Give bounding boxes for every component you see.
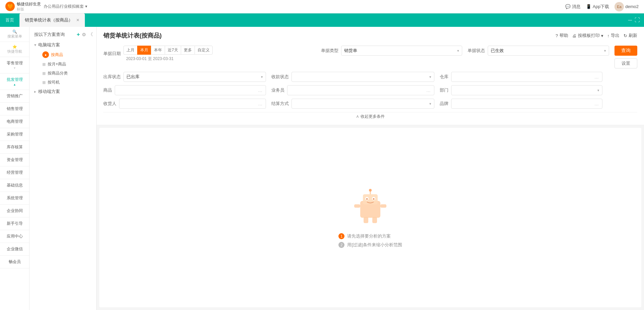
- sidebar-item-member[interactable]: 畅会员: [0, 256, 29, 268]
- help-button[interactable]: ? 帮助: [555, 33, 568, 39]
- payment-status-label: 收款状态: [271, 74, 289, 80]
- add-scheme-button[interactable]: +: [77, 32, 80, 38]
- tip-number-1: 1: [338, 233, 344, 239]
- empty-tip-1: 1 请先选择要分析的方案: [338, 233, 402, 239]
- sidebar-item-retail[interactable]: 零售管理 ▾: [0, 57, 29, 73]
- date-tab-this-month[interactable]: 本月: [137, 46, 151, 55]
- logo-text: 畅捷信好生意 标版: [17, 2, 41, 12]
- salesperson-select[interactable]: …: [287, 85, 434, 95]
- empty-illustration: [350, 188, 390, 228]
- sidebar-item-finance[interactable]: 资金管理: [0, 154, 29, 166]
- out-status-select[interactable]: 已出库 ▾: [123, 72, 266, 82]
- sidebar-item-wholesale[interactable]: 批发管理 ▴: [0, 73, 29, 90]
- empty-tip-2: 2 用[过滤]条件来缩小分析范围: [338, 242, 402, 248]
- more-icon: …: [258, 88, 263, 93]
- tab-sales-stat[interactable]: 销货单统计表（按商品） ✕: [19, 13, 85, 27]
- tree-item-by-month-goods[interactable]: ▦ 按月+商品: [39, 60, 96, 69]
- date-range: 2023-03-01 至 2023-03-31: [126, 56, 213, 62]
- page-title: 销货单统计表(按商品): [103, 32, 162, 40]
- tree-item-by-driver[interactable]: ▦ 按司机: [39, 78, 96, 87]
- left-panel-header: 按以下方案查询 + ⚙ 《: [30, 30, 96, 40]
- refresh-button[interactable]: ↻ 刷新: [624, 33, 637, 39]
- sidebar-search[interactable]: 🔍 搜索菜单: [0, 27, 29, 42]
- query-button[interactable]: 查询: [614, 46, 637, 56]
- template-print-button[interactable]: 🖨 按模板打印 ▾: [572, 33, 603, 39]
- doc-type-select[interactable]: 销货单 ▾: [341, 46, 463, 56]
- scheme-icon: ▦: [42, 71, 46, 75]
- empty-state: 1 请先选择要分析的方案 2 用[过滤]条件来缩小分析范围: [99, 128, 641, 307]
- sidebar-item-wechat[interactable]: 企业微信: [0, 243, 29, 256]
- tab-maximize-icon[interactable]: ⛶: [635, 17, 640, 23]
- tree-mobile-node[interactable]: ▸ 移动端方案: [30, 87, 96, 96]
- app-download-button[interactable]: 📱 App下载: [586, 4, 609, 10]
- tab-minimize-icon[interactable]: ─: [628, 17, 632, 23]
- svg-rect-6: [354, 204, 360, 208]
- sidebar: 🔍 搜索菜单 ⭐ 快捷导航 零售管理 ▾ 批发管理 ▴ 营销推广 销售管理 电商…: [0, 27, 30, 310]
- tab-close-icon[interactable]: ✕: [76, 18, 79, 22]
- date-tab-more[interactable]: 更多: [181, 46, 195, 55]
- edit-scheme-icon[interactable]: ⚙: [82, 32, 86, 37]
- tree-pc-node[interactable]: ▾ 电脑端方案: [30, 40, 96, 50]
- settings-button[interactable]: 设置: [614, 58, 637, 68]
- user-menu[interactable]: Ea demo2: [614, 2, 639, 11]
- more-icon: …: [594, 101, 599, 106]
- more-icon: …: [258, 101, 263, 106]
- collapse-panel-icon[interactable]: 《: [88, 32, 93, 38]
- settlement-select[interactable]: ▾: [291, 99, 434, 109]
- tab-home[interactable]: 首页: [0, 13, 19, 27]
- chevron-down-icon: ▾: [597, 88, 599, 93]
- date-tab-custom[interactable]: 自定义: [195, 46, 213, 55]
- panel-header-actions: + ⚙ 《: [77, 32, 93, 38]
- tab-bar-right: ─ ⛶: [628, 17, 644, 23]
- brand-select[interactable]: …: [451, 99, 602, 109]
- sidebar-item-enterprise[interactable]: 企业协同: [0, 205, 29, 217]
- sidebar-item-marketing[interactable]: 营销推广: [0, 90, 29, 103]
- tree-item-by-category[interactable]: ▦ 按商品分类: [39, 69, 96, 78]
- svg-rect-7: [380, 204, 386, 208]
- tree-expand-icon: ▾: [34, 43, 36, 47]
- tree-pc-children: ● 按商品 ▦ 按月+商品 ▦ 按商品分类 ▦ 按司机: [30, 50, 96, 87]
- page-actions: ? 帮助 🖨 按模板打印 ▾ ↑ 导出 ↻ 刷新: [555, 33, 637, 39]
- sidebar-item-ecommerce[interactable]: 电商管理: [0, 115, 29, 128]
- payment-status-select[interactable]: ▾: [291, 72, 434, 82]
- sidebar-item-system[interactable]: 系统管理: [0, 192, 29, 205]
- main-layout: 🔍 搜索菜单 ⭐ 快捷导航 零售管理 ▾ 批发管理 ▴ 营销推广 销售管理 电商…: [0, 27, 644, 310]
- empty-tips: 1 请先选择要分析的方案 2 用[过滤]条件来缩小分析范围: [338, 233, 402, 248]
- content-area: 销货单统计表(按商品) ? 帮助 🖨 按模板打印 ▾ ↑ 导出: [97, 27, 644, 310]
- sidebar-item-sales[interactable]: 销售管理: [0, 103, 29, 115]
- goods-label: 商品: [103, 87, 112, 93]
- svg-rect-9: [372, 217, 377, 223]
- doc-status-select[interactable]: 已生效 ▾: [488, 46, 609, 56]
- logo-icon: 🧡: [5, 2, 15, 11]
- sidebar-quick-nav[interactable]: ⭐ 快捷导航: [0, 42, 29, 57]
- messages-button[interactable]: 💬 消息: [565, 4, 581, 10]
- department-label: 部门: [440, 87, 448, 93]
- top-header: 🧡 畅捷信好生意 标版 办公用品行业模拟账套 ▾ 💬 消息 📱 App下载 Ea…: [0, 0, 644, 13]
- chevron-down-icon: ▾: [261, 75, 263, 79]
- date-tab-this-year[interactable]: 本年: [151, 46, 165, 55]
- logo-area: 🧡 畅捷信好生意 标版: [5, 2, 41, 12]
- sidebar-item-operation[interactable]: 经营管理: [0, 166, 29, 179]
- chevron-down-icon: ▾: [457, 49, 459, 53]
- svg-point-11: [369, 189, 372, 192]
- receiver-select[interactable]: …: [119, 99, 266, 109]
- sidebar-item-inventory[interactable]: 库存核算: [0, 141, 29, 154]
- date-label: 单据日期: [103, 51, 121, 57]
- svg-point-4: [366, 198, 368, 200]
- date-tab-7days[interactable]: 近7天: [165, 46, 181, 55]
- tab-bar: 首页 销货单统计表（按商品） ✕ ─ ⛶: [0, 13, 644, 27]
- sidebar-item-guide[interactable]: 新手引导: [0, 217, 29, 230]
- department-select[interactable]: ▾: [451, 85, 602, 95]
- export-button[interactable]: ↑ 导出: [607, 33, 620, 39]
- tree-item-by-goods[interactable]: ● 按商品: [39, 50, 96, 60]
- date-tab-last-month[interactable]: 上月: [123, 46, 137, 55]
- header-right: 💬 消息 📱 App下载 Ea demo2: [565, 2, 639, 11]
- warehouse-select[interactable]: …: [451, 72, 602, 82]
- brand-label: 品牌: [440, 101, 448, 107]
- sidebar-item-basic[interactable]: 基础信息: [0, 179, 29, 192]
- goods-select[interactable]: …: [115, 85, 266, 95]
- collapse-conditions-button[interactable]: ∧ 收起更多条件: [103, 112, 637, 121]
- doc-status-label: 单据状态: [468, 48, 485, 54]
- sidebar-item-apps[interactable]: 应用中心: [0, 230, 29, 243]
- sidebar-item-purchase[interactable]: 采购管理: [0, 128, 29, 141]
